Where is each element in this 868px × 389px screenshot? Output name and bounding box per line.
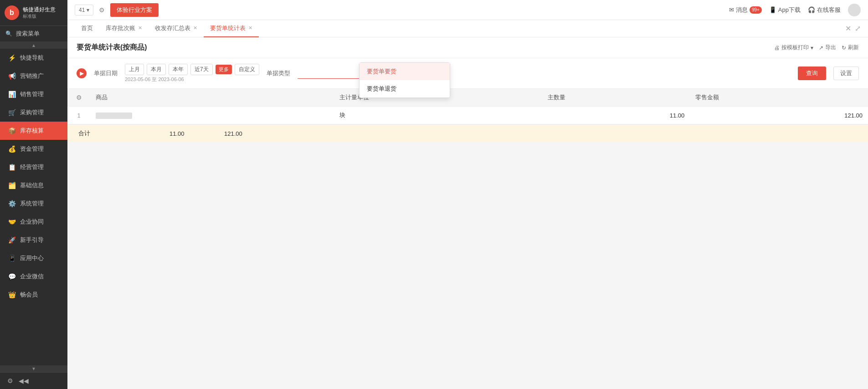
cell-amount: 121.00 [690,107,868,124]
refresh-btn[interactable]: ↻ 刷新 [842,44,859,51]
tab-close-recv-summary[interactable]: ✕ [193,25,197,31]
company-selector[interactable]: 41 ▾ [75,5,93,15]
date-last-month-btn[interactable]: 上月 [125,64,144,75]
online-service-btn[interactable]: 🎧 在线客服 [808,6,841,14]
logo-icon: b [5,5,19,20]
date-this-month-btn[interactable]: 本月 [147,64,166,75]
sidebar-item-quick-nav[interactable]: ⚡快捷导航 [0,49,67,67]
nav-icon-inventory: 📦 [7,127,16,134]
filter-settings-btn[interactable]: 设置 [833,67,859,80]
sidebar-item-enterprise[interactable]: 🤝企业协同 [0,213,67,231]
sidebar: b 畅捷通好生意 标准版 🔍 搜索菜单 ▲ ⚡快捷导航📢营销推广📊销售管理🛒采购… [0,0,67,389]
nav-label-finance: 资金管理 [20,145,44,153]
tab-label-home: 首页 [81,24,93,32]
nav-label-purchase: 采购管理 [20,108,44,117]
print-icon: 🖨 [774,45,780,51]
tab-home[interactable]: 首页 [75,20,99,37]
tab-recv-summary[interactable]: 收发存汇总表 ✕ [149,20,204,37]
nav-icon-finance: 💰 [7,145,16,153]
app-download-icon: 📱 [769,6,776,13]
sidebar-item-appcenter[interactable]: 📱应用中心 [0,249,67,267]
filter-area: ▶ 单据日期 上月 本月 本年 近7天 更多 自定义 2023-05-06 至 … [67,58,868,89]
sidebar-item-newguide[interactable]: 🚀新手引导 [0,231,67,249]
nav-label-inventory: 库存核算 [20,127,44,135]
sidebar-item-sales[interactable]: 📊销售管理 [0,85,67,103]
page-header: 要货单统计表(按商品) 🖨 按模板打印 ▾ ↗ 导出 ↻ 刷新 [67,37,868,58]
nav-icon-sales: 📊 [7,91,16,98]
date-custom-btn[interactable]: 自定义 [235,64,259,75]
tab-label-order-stats: 要货单统计表 [210,24,246,32]
date-range-text: 2023-05-06 至 2023-06-06 [125,76,259,83]
print-template-btn[interactable]: 🖨 按模板打印 ▾ [774,44,813,51]
tab-inventory-batch[interactable]: 库存批次账 ✕ [99,20,149,37]
sidebar-item-inventory[interactable]: 📦库存核算 [0,122,67,140]
sidebar-item-operations[interactable]: 📋经营管理 [0,158,67,176]
table-settings-icon[interactable]: ⚙ [76,94,82,101]
nav-icon-quick-nav: ⚡ [7,54,16,61]
dropdown-item-1[interactable]: 要货单退货 [360,80,450,97]
service-icon: 🎧 [808,6,815,13]
page-actions: 🖨 按模板打印 ▾ ↗ 导出 ↻ 刷新 [774,44,859,51]
nav-scroll-down[interactable]: ▼ [0,365,67,372]
tab-close-all-icon[interactable]: ✕ [845,24,851,33]
type-filter-label: 单据类型 [267,69,290,77]
nav-label-marketing: 营销推广 [20,72,44,80]
sidebar-item-finance[interactable]: 💰资金管理 [0,140,67,158]
cell-product [90,107,334,124]
sidebar-item-basic[interactable]: 🗂️基础信息 [0,176,67,194]
table-header: ⚙ 商品 主计量单位 主数量 零售金额 [67,89,868,107]
nav-icon-newguide: 🚀 [7,236,16,244]
filter-expand-btn[interactable]: ▶ [77,68,87,78]
sidebar-item-wechat[interactable]: 💬企业微信 [0,267,67,286]
tab-order-stats[interactable]: 要货单统计表 ✕ [204,20,259,37]
nav-icon-operations: 📋 [7,164,16,171]
message-icon: ✉ [729,6,734,13]
cell-quantity: 11.00 [542,107,690,124]
date-this-year-btn[interactable]: 本年 [169,64,188,75]
table-wrap: ⚙ 商品 主计量单位 主数量 零售金额 1 块 [67,89,868,124]
app-download-btn[interactable]: 📱 App下载 [769,6,801,14]
logo-text: 畅捷通好生意 标准版 [23,6,56,20]
data-table: ⚙ 商品 主计量单位 主数量 零售金额 1 块 [67,89,868,124]
search-icon: 🔍 [5,31,12,37]
col-product: 商品 [90,89,334,107]
footer-amount: 121.00 [219,130,273,137]
nav-label-wechat: 企业微信 [20,272,44,281]
sidebar-item-system[interactable]: ⚙️系统管理 [0,194,67,213]
topbar-right: ✉ 消息 99+ 📱 App下载 🎧 在线客服 [729,4,861,16]
dropdown-item-0[interactable]: 要货单要货 [360,63,450,80]
tabs-controls: ✕ ⤢ [845,24,861,33]
topbar-left: 41 ▾ ⚙ 体验行业方案 [75,3,159,17]
selector-arrow-icon: ▾ [87,7,89,13]
sidebar-item-purchase[interactable]: 🛒采购管理 [0,103,67,122]
date-filter-group: 上月 本月 本年 近7天 更多 自定义 2023-05-06 至 2023-06… [125,64,259,83]
tab-close-order-stats[interactable]: ✕ [248,25,252,31]
content-area: 要货单统计表(按商品) 🖨 按模板打印 ▾ ↗ 导出 ↻ 刷新 ▶ [67,37,868,389]
nav-label-system: 系统管理 [20,200,44,208]
sidebar-search[interactable]: 🔍 搜索菜单 [0,26,67,42]
nav-scroll-up[interactable]: ▲ [0,42,67,49]
date-7days-btn[interactable]: 近7天 [190,64,213,75]
tab-close-inventory-batch[interactable]: ✕ [138,25,142,31]
table-row: 1 块 11.00 121.00 [67,107,868,124]
date-filter-label: 单据日期 [94,69,118,77]
export-btn[interactable]: ↗ 导出 [819,44,836,51]
page-title: 要货单统计表(按商品) [77,43,147,52]
nav-icon-enterprise: 🤝 [7,218,16,225]
tabs-bar: 首页库存批次账 ✕收发存汇总表 ✕要货单统计表 ✕ ✕ ⤢ [67,20,868,37]
col-settings[interactable]: ⚙ [67,89,90,107]
industry-btn[interactable]: 体验行业方案 [110,3,159,17]
settings-icon[interactable]: ⚙ [7,377,13,384]
tab-label-inventory-batch: 库存批次账 [106,24,135,32]
collapse-icon[interactable]: ◀◀ [19,377,29,384]
query-btn[interactable]: 查询 [798,67,826,80]
sidebar-item-marketing[interactable]: 📢营销推广 [0,67,67,85]
date-more-btn[interactable]: 更多 [216,65,232,74]
sidebar-item-member[interactable]: 👑畅会员 [0,286,67,304]
topbar-gear-icon[interactable]: ⚙ [99,6,105,14]
user-avatar[interactable] [848,4,861,16]
nav-label-member: 畅会员 [20,291,38,299]
nav-label-operations: 经营管理 [20,163,44,171]
tab-expand-icon[interactable]: ⤢ [855,24,861,33]
message-btn[interactable]: ✉ 消息 99+ [729,6,762,14]
